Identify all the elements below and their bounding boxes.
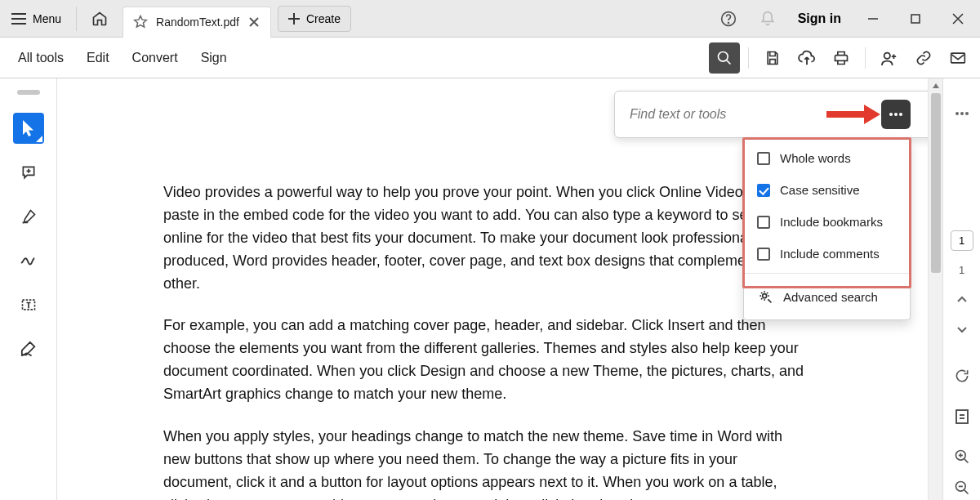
maximize-icon xyxy=(911,14,920,24)
gear-search-icon xyxy=(757,288,773,305)
tab-title: RandomText.pdf xyxy=(156,16,239,29)
svg-point-9 xyxy=(899,113,902,116)
draw-tool[interactable] xyxy=(13,245,44,276)
window-close-button[interactable] xyxy=(939,0,977,38)
close-icon xyxy=(249,17,259,27)
bell-icon xyxy=(760,11,776,27)
svg-point-4 xyxy=(884,52,890,58)
titlebar-right: Sign in xyxy=(711,0,980,38)
zoom-out-icon xyxy=(954,480,970,496)
more-horizontal-icon xyxy=(955,111,969,116)
chevron-up-icon xyxy=(932,83,940,89)
svg-rect-14 xyxy=(956,410,968,423)
option-label: Whole words xyxy=(780,151,851,165)
document-view[interactable]: Video provides a powerful way to help yo… xyxy=(57,78,942,500)
chevron-up-icon xyxy=(956,295,968,303)
home-button[interactable] xyxy=(80,0,119,37)
document-tab[interactable]: RandomText.pdf xyxy=(122,7,271,38)
scroll-thumb[interactable] xyxy=(931,93,941,273)
right-rail: 1 1 xyxy=(942,78,980,500)
next-page-button[interactable] xyxy=(948,318,976,342)
svg-point-11 xyxy=(956,112,959,115)
highlighter-icon xyxy=(20,208,37,225)
sign-link[interactable]: Sign xyxy=(189,51,238,65)
svg-point-1 xyxy=(728,22,728,23)
print-icon xyxy=(833,50,849,66)
paragraph: For example, you can add a matching cove… xyxy=(163,315,804,406)
option-include-comments[interactable]: Include comments xyxy=(744,238,910,270)
link-button[interactable] xyxy=(908,42,939,74)
scroll-up-button[interactable] xyxy=(929,78,942,93)
chevron-down-icon xyxy=(956,326,968,334)
share-people-icon xyxy=(880,50,898,66)
fill-sign-tool[interactable] xyxy=(13,333,44,364)
print-button[interactable] xyxy=(826,42,857,74)
menu-button[interactable]: Menu xyxy=(0,0,73,37)
signature-icon xyxy=(20,341,38,357)
help-button[interactable] xyxy=(711,2,746,36)
create-button[interactable]: Create xyxy=(278,6,351,32)
paragraph: When you apply styles, your headings cha… xyxy=(163,426,804,500)
toolbar-right xyxy=(709,42,973,74)
panel-toggle-button[interactable] xyxy=(948,101,976,126)
comment-plus-icon xyxy=(20,164,37,181)
find-button[interactable] xyxy=(709,42,740,74)
svg-rect-2 xyxy=(911,15,920,23)
convert-link[interactable]: Convert xyxy=(121,51,189,65)
comment-tool[interactable] xyxy=(13,157,44,188)
window-maximize-button[interactable] xyxy=(897,0,934,38)
minimize-icon xyxy=(867,13,879,25)
left-tool-rail xyxy=(0,78,57,500)
svg-point-3 xyxy=(719,51,728,61)
all-tools-link[interactable]: All tools xyxy=(7,51,75,65)
prev-page-button[interactable] xyxy=(948,288,976,312)
fit-page-icon xyxy=(955,408,969,425)
zoom-in-button[interactable] xyxy=(948,445,976,470)
hamburger-icon xyxy=(11,13,26,25)
svg-point-7 xyxy=(889,113,893,116)
rotate-icon xyxy=(954,368,970,384)
page-count: 1 xyxy=(959,264,964,276)
separator xyxy=(744,273,910,274)
zoom-out-button[interactable] xyxy=(948,475,976,500)
vertical-scrollbar[interactable] xyxy=(928,78,942,500)
advanced-search-link[interactable]: Advanced search xyxy=(744,277,910,316)
highlight-tool[interactable] xyxy=(13,201,44,232)
sign-in-link[interactable]: Sign in xyxy=(798,11,841,26)
window-minimize-button[interactable] xyxy=(854,0,892,38)
advanced-search-label: Advanced search xyxy=(783,290,878,304)
save-button[interactable] xyxy=(757,42,788,74)
find-options-button[interactable] xyxy=(881,100,911,129)
notifications-button[interactable] xyxy=(751,2,785,36)
paragraph: Video provides a powerful way to help yo… xyxy=(163,181,804,295)
edit-link[interactable]: Edit xyxy=(75,51,121,65)
svg-point-12 xyxy=(960,112,964,115)
cloud-upload-button[interactable] xyxy=(791,42,822,74)
checkbox-icon xyxy=(757,216,770,229)
freehand-icon xyxy=(20,254,38,267)
checkbox-checked-icon xyxy=(757,184,770,197)
option-case-sensitive[interactable]: Case sensitive xyxy=(744,174,910,206)
current-page: 1 xyxy=(959,234,964,247)
search-icon xyxy=(716,50,733,66)
rail-grip[interactable] xyxy=(17,90,40,95)
menu-label: Menu xyxy=(33,12,61,25)
page-number-input[interactable]: 1 xyxy=(951,230,973,251)
close-icon xyxy=(952,13,964,25)
option-label: Case sensitive xyxy=(780,183,860,197)
home-icon xyxy=(91,11,108,27)
fit-page-button[interactable] xyxy=(948,404,976,429)
text-box-tool[interactable] xyxy=(13,289,44,320)
link-icon xyxy=(915,50,932,66)
option-include-bookmarks[interactable]: Include bookmarks xyxy=(744,206,910,238)
svg-point-10 xyxy=(763,294,767,298)
email-button[interactable] xyxy=(942,42,973,74)
tab-close-button[interactable] xyxy=(247,16,261,29)
separator xyxy=(76,7,77,31)
find-input[interactable] xyxy=(623,107,875,122)
select-tool[interactable] xyxy=(13,113,44,144)
rotate-button[interactable] xyxy=(948,364,976,388)
share-button[interactable] xyxy=(874,42,905,74)
option-whole-words[interactable]: Whole words xyxy=(744,142,910,174)
find-options-menu: Whole words Case sensitive Include bookm… xyxy=(743,138,911,320)
